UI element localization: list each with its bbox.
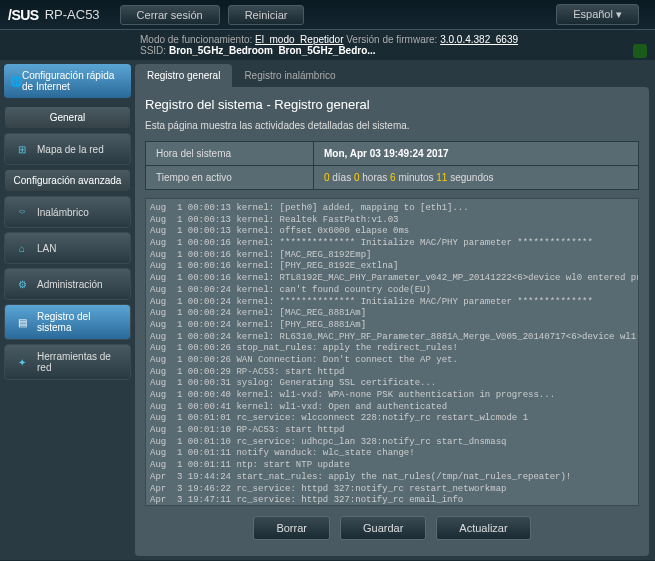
table-row: Hora del sistema Mon, Apr 03 19:49:24 20… xyxy=(146,142,638,165)
brand-logo: /SUS xyxy=(8,7,39,23)
system-info-table: Hora del sistema Mon, Apr 03 19:49:24 20… xyxy=(145,141,639,190)
clear-button[interactable]: Borrar xyxy=(253,516,330,540)
ssid-2: Bron_5GHz_Bedro... xyxy=(278,45,375,56)
status-icon xyxy=(633,44,647,58)
tools-icon: ✦ xyxy=(13,353,31,371)
page-description: Esta página muestra las actividades deta… xyxy=(145,120,639,131)
firmware-link[interactable]: 3.0.0.4.382_6639 xyxy=(440,34,518,45)
tab-wireless-log[interactable]: Registro inalámbrico xyxy=(232,64,347,87)
sidebar-item-lan[interactable]: ⌂ LAN xyxy=(4,232,131,264)
document-icon: ▤ xyxy=(13,313,31,331)
refresh-button[interactable]: Actualizar xyxy=(436,516,530,540)
chevron-down-icon: ▾ xyxy=(616,8,622,20)
sidebar: 🌐 Configuración rápida de Internet Gener… xyxy=(0,60,135,560)
mode-link[interactable]: El_modo_Repetidor xyxy=(255,34,343,45)
wifi-icon: ⌔ xyxy=(13,203,31,221)
time-label: Hora del sistema xyxy=(146,142,313,165)
sidebar-group-advanced: Configuración avanzada xyxy=(4,169,131,192)
sidebar-group-general: General xyxy=(4,106,131,129)
network-icon: ⊞ xyxy=(13,140,31,158)
logout-button[interactable]: Cerrar sesión xyxy=(120,5,220,25)
sidebar-item-network-map[interactable]: ⊞ Mapa de la red xyxy=(4,133,131,165)
table-row: Tiempo en activo 0 días 0 horas 6 minuto… xyxy=(146,166,638,189)
header-bar: /SUS RP-AC53 Cerrar sesión Reiniciar Esp… xyxy=(0,0,655,30)
gear-icon: ⚙ xyxy=(13,275,31,293)
save-button[interactable]: Guardar xyxy=(340,516,426,540)
log-textarea[interactable]: Aug 1 00:00:13 kernel: [peth0] added, ma… xyxy=(145,198,639,506)
sidebar-item-wireless[interactable]: ⌔ Inalámbrico xyxy=(4,196,131,228)
sidebar-item-network-tools[interactable]: ✦ Herramientas de red xyxy=(4,344,131,380)
sidebar-item-admin[interactable]: ⚙ Administración xyxy=(4,268,131,300)
ssid-1: Bron_5GHz_Bedroom xyxy=(169,45,273,56)
uptime-label: Tiempo en activo xyxy=(146,166,313,189)
uptime-value: 0 días 0 horas 6 minutos 11 segundos xyxy=(314,166,638,189)
reboot-button[interactable]: Reiniciar xyxy=(228,5,305,25)
model-label: RP-AC53 xyxy=(45,7,100,22)
tab-general-log[interactable]: Registro general xyxy=(135,64,232,87)
tab-bar: Registro general Registro inalámbrico xyxy=(135,64,649,87)
sidebar-quick-setup[interactable]: 🌐 Configuración rápida de Internet xyxy=(4,64,131,98)
sidebar-item-system-log[interactable]: ▤ Registro del sistema xyxy=(4,304,131,340)
page-title: Registro del sistema - Registro general xyxy=(145,97,639,112)
globe-icon: 🌐 xyxy=(10,76,22,87)
info-bar: Modo de funcionamiento: El_modo_Repetido… xyxy=(0,30,655,60)
home-icon: ⌂ xyxy=(13,239,31,257)
time-value: Mon, Apr 03 19:49:24 2017 xyxy=(314,142,638,165)
language-dropdown[interactable]: Español ▾ xyxy=(556,4,639,25)
main-panel: Registro del sistema - Registro general … xyxy=(135,87,649,556)
